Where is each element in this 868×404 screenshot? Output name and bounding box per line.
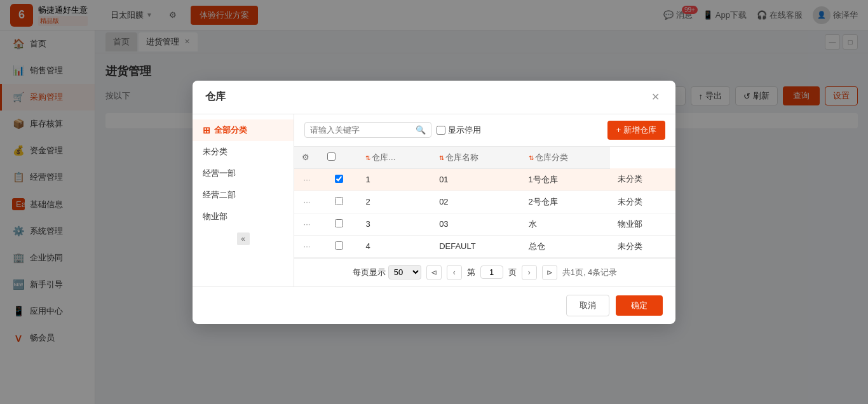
row-checkbox-cell: [320, 168, 358, 191]
modal-title: 仓库: [205, 90, 226, 104]
show-disabled-checkbox[interactable]: [437, 126, 445, 135]
row-checkbox[interactable]: [335, 197, 343, 205]
row-code: 02: [431, 191, 520, 213]
tree-all-categories[interactable]: ⊞ 全部分类: [193, 119, 294, 141]
row-checkbox[interactable]: [335, 219, 343, 227]
table-header: ⚙ ⇅仓库... ⇅仓库名称: [294, 147, 675, 169]
add-warehouse-btn[interactable]: + 新增仓库: [607, 121, 665, 140]
search-input[interactable]: [310, 125, 416, 135]
warehouse-table: ⚙ ⇅仓库... ⇅仓库名称: [294, 147, 675, 258]
col-name[interactable]: ⇅仓库名称: [431, 147, 520, 169]
search-icon: 🔍: [416, 125, 426, 135]
row-checkbox-cell: [320, 213, 358, 235]
row-checkbox-cell: [320, 235, 358, 257]
page-number-input[interactable]: [480, 266, 503, 279]
tree-item-dept1[interactable]: 经营一部: [193, 163, 294, 184]
col-code[interactable]: ⇅仓库...: [358, 147, 431, 169]
select-all-checkbox[interactable]: [327, 152, 336, 161]
page-next-btn[interactable]: ›: [522, 265, 537, 280]
row-more-icon[interactable]: ···: [304, 197, 311, 206]
row-category: 未分类: [610, 168, 675, 191]
row-actions: ···: [294, 191, 320, 213]
page-summary: 共1页, 4条记录: [562, 267, 618, 278]
page-first-btn[interactable]: ⊲: [426, 265, 442, 280]
sort-code-icon: ⇅: [365, 154, 370, 161]
cancel-btn[interactable]: 取消: [566, 295, 609, 316]
page-last-btn[interactable]: ⊳: [542, 265, 557, 280]
col-category[interactable]: ⇅仓库分类: [521, 147, 610, 169]
row-name: 总仓: [521, 235, 610, 257]
modal-overlay[interactable]: 仓库 ✕ ⊞ 全部分类 未分类 经营一部 经营二部: [0, 0, 868, 404]
page-prev-btn[interactable]: ‹: [447, 265, 462, 280]
row-more-icon[interactable]: ···: [304, 241, 311, 251]
row-more-icon[interactable]: ···: [304, 219, 311, 229]
table-row[interactable]: ··· 3 03 水 物业部: [294, 213, 675, 235]
confirm-btn[interactable]: 确定: [616, 295, 663, 316]
row-category: 物业部: [610, 213, 675, 235]
search-input-wrap[interactable]: 🔍: [304, 122, 431, 138]
table-row[interactable]: ··· 4 DEFAULT 总仓 未分类: [294, 235, 675, 257]
row-name: 水: [521, 213, 610, 235]
row-checkbox[interactable]: [335, 241, 343, 250]
row-seq: 1: [358, 168, 431, 191]
collapse-sidebar-btn[interactable]: «: [237, 232, 250, 245]
row-code: 03: [431, 213, 520, 235]
row-code: 01: [431, 168, 520, 191]
warehouse-modal: 仓库 ✕ ⊞ 全部分类 未分类 经营一部 经营二部: [193, 81, 675, 324]
sort-category-icon: ⇅: [529, 154, 534, 161]
col-checkbox: [320, 147, 358, 169]
table-row[interactable]: ··· 2 02 2号仓库 未分类: [294, 191, 675, 213]
row-checkbox[interactable]: [335, 175, 343, 183]
modal-header: 仓库 ✕: [193, 81, 675, 114]
table-body: ··· 1 01 1号仓库 未分类 ··· 2 02 2号仓库 未分类 ···: [294, 168, 675, 257]
modal-main: 🔍 显示停用 + 新增仓库 ⚙: [294, 114, 675, 286]
data-table-wrap: ⚙ ⇅仓库... ⇅仓库名称: [294, 147, 675, 258]
page-size-dropdown[interactable]: 50 100 200: [388, 265, 421, 279]
row-code: DEFAULT: [431, 235, 520, 257]
row-checkbox-cell: [320, 191, 358, 213]
row-category: 未分类: [610, 235, 675, 257]
row-seq: 2: [358, 191, 431, 213]
tree-item-dept2[interactable]: 经营二部: [193, 184, 294, 206]
pagination: 每页显示 50 100 200 ⊲ ‹ 第 页 › ⊳ 共1页, 4条记录: [294, 258, 675, 286]
modal-toolbar: 🔍 显示停用 + 新增仓库: [294, 114, 675, 147]
row-actions: ···: [294, 213, 320, 235]
show-disabled-wrap: 显示停用: [437, 125, 481, 136]
row-seq: 3: [358, 213, 431, 235]
table-row[interactable]: ··· 1 01 1号仓库 未分类: [294, 168, 675, 191]
modal-tree-sidebar: ⊞ 全部分类 未分类 经营一部 经营二部 物业部 «: [193, 114, 294, 286]
row-more-icon[interactable]: ···: [304, 175, 311, 184]
modal-close-btn[interactable]: ✕: [648, 90, 663, 105]
grid-icon: ⊞: [203, 125, 210, 135]
tree-item-property[interactable]: 物业部: [193, 206, 294, 227]
row-seq: 4: [358, 235, 431, 257]
sort-name-icon: ⇅: [439, 154, 444, 161]
row-name: 1号仓库: [521, 168, 610, 191]
row-actions: ···: [294, 235, 320, 257]
row-name: 2号仓库: [521, 191, 610, 213]
gear-col-icon: ⚙: [302, 152, 309, 162]
page-size-select: 每页显示 50 100 200: [353, 265, 421, 279]
modal-body: ⊞ 全部分类 未分类 经营一部 经营二部 物业部 «: [193, 114, 675, 286]
tree-item-uncategorized[interactable]: 未分类: [193, 141, 294, 163]
modal-footer: 取消 确定: [193, 286, 675, 324]
row-actions: ···: [294, 168, 320, 191]
row-category: 未分类: [610, 191, 675, 213]
col-gear: ⚙: [294, 147, 320, 169]
